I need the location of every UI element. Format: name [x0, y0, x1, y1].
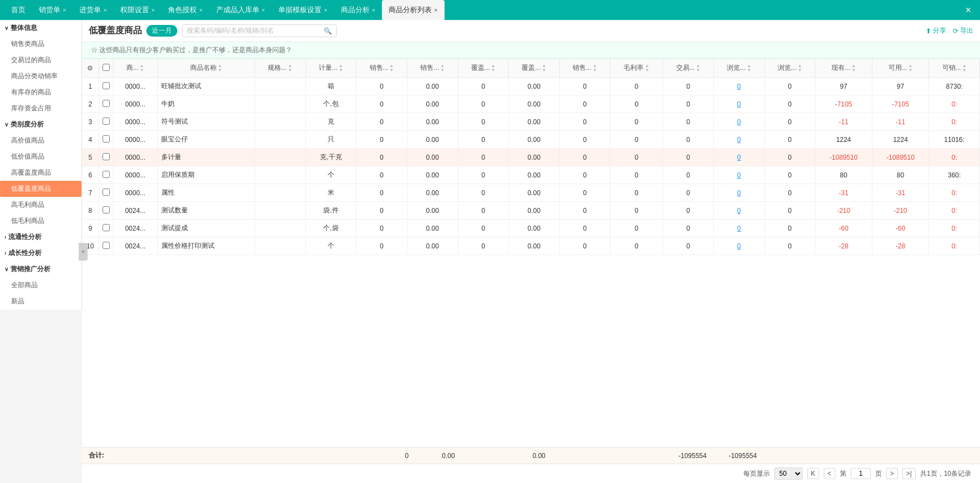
- row-browse1[interactable]: 0: [713, 149, 764, 166]
- row-browse1[interactable]: 0: [713, 166, 764, 184]
- row-browse1[interactable]: 0: [713, 184, 764, 202]
- nav-template-settings[interactable]: 单据模板设置 ×: [272, 0, 334, 20]
- first-page-button[interactable]: K: [807, 468, 819, 479]
- sidebar-group-category-analysis[interactable]: ∨ 类别度分析: [0, 116, 81, 133]
- row-number: 6: [82, 166, 99, 184]
- last-page-button[interactable]: >|: [902, 468, 916, 479]
- sidebar-item-low-value[interactable]: 低价值商品: [0, 149, 81, 165]
- column-current[interactable]: 现有...▲▼: [815, 59, 872, 78]
- page-size-select[interactable]: 50 20 100: [774, 467, 803, 480]
- sidebar-item-high-value[interactable]: 高价值商品: [0, 133, 81, 149]
- row-browse1[interactable]: 0: [713, 220, 764, 237]
- nav-close-icon[interactable]: ×: [103, 7, 106, 13]
- sidebar-group-circulation[interactable]: › 流通性分析: [0, 229, 81, 245]
- sidebar: ∨ 整体信息 销售类商品 交易过的商品 商品分类动销率 有库存的商品 库存资金占…: [0, 20, 82, 309]
- share-button[interactable]: ⬆ 分享: [926, 26, 946, 35]
- export-button[interactable]: ⟳ 导出: [953, 26, 973, 35]
- row-trade: 0: [663, 237, 714, 255]
- nav-product-analysis-list[interactable]: 商品分析列表 ×: [382, 0, 444, 20]
- sidebar-item-low-coverage[interactable]: 低覆盖度商品: [0, 181, 81, 197]
- row-trade: 0: [663, 166, 714, 184]
- sidebar-item-inventory-capital[interactable]: 库存资金占用: [0, 100, 81, 116]
- column-available[interactable]: 可用...▲▼: [872, 59, 929, 78]
- table-row: 10000...旺辅批次测试箱00.0000.000000097978730:: [82, 78, 980, 95]
- row-name: 启用保质期: [157, 166, 254, 184]
- column-sales-qty[interactable]: 销售...▲▼: [356, 59, 407, 78]
- search-box[interactable]: 搜索条码/编码/名称/规格/别名 🔍: [182, 24, 337, 37]
- select-all-checkbox[interactable]: [103, 64, 110, 71]
- row-checkbox[interactable]: [99, 237, 113, 255]
- search-icon[interactable]: 🔍: [324, 27, 332, 35]
- window-close-button[interactable]: ×: [961, 4, 976, 16]
- row-browse1[interactable]: 0: [713, 113, 764, 131]
- next-page-button[interactable]: >: [886, 468, 898, 479]
- column-cover2[interactable]: 覆盖...▲▼: [509, 59, 560, 78]
- column-gross-rate[interactable]: 毛利率▲▼: [610, 59, 663, 78]
- filter-recent-month-button[interactable]: 近一月: [146, 25, 177, 37]
- row-browse1[interactable]: 0: [713, 202, 764, 220]
- column-name[interactable]: 商品名称▲▼: [157, 59, 254, 78]
- nav-product-inbound[interactable]: 产成品入库单 ×: [210, 0, 272, 20]
- row-saleable: 0:: [929, 149, 980, 166]
- row-checkbox[interactable]: [99, 166, 113, 184]
- row-cover1: 0: [458, 220, 509, 237]
- column-sales-amt[interactable]: 销售...▲▼: [407, 59, 458, 78]
- nav-close-icon[interactable]: ×: [324, 7, 327, 13]
- row-sales3: 0: [559, 166, 610, 184]
- row-browse1[interactable]: 0: [713, 131, 764, 149]
- sidebar-item-low-margin[interactable]: 低毛利商品: [0, 213, 81, 229]
- sidebar-group-growth[interactable]: › 成长性分析: [0, 245, 81, 261]
- nav-sales-order[interactable]: 销货单 ×: [32, 0, 73, 20]
- nav-close-icon[interactable]: ×: [199, 7, 202, 13]
- column-checkbox[interactable]: [99, 59, 113, 78]
- nav-close-icon[interactable]: ×: [63, 7, 66, 13]
- row-checkbox[interactable]: [99, 95, 113, 113]
- sidebar-item-all-goods[interactable]: 全部商品: [0, 277, 81, 293]
- sidebar-item-new-goods[interactable]: 新品: [0, 293, 81, 309]
- nav-role-auth[interactable]: 角色授权 ×: [161, 0, 209, 20]
- nav-close-icon[interactable]: ×: [151, 7, 155, 13]
- row-checkbox[interactable]: [99, 78, 113, 95]
- column-code[interactable]: 商...▲▼: [113, 59, 157, 78]
- row-code: 0000...: [113, 113, 157, 131]
- row-checkbox[interactable]: [99, 184, 113, 202]
- nav-home[interactable]: 首页: [4, 0, 32, 20]
- sidebar-group-overall[interactable]: ∨ 整体信息: [0, 20, 81, 36]
- row-checkbox[interactable]: [99, 113, 113, 131]
- nav-product-analysis[interactable]: 商品分析 ×: [334, 0, 382, 20]
- column-trade[interactable]: 交易...▲▼: [663, 59, 714, 78]
- sidebar-collapse-button[interactable]: «: [79, 243, 88, 261]
- column-spec[interactable]: 规格...▲▼: [254, 59, 305, 78]
- nav-purchase-order[interactable]: 进货单 ×: [73, 0, 113, 20]
- sidebar-item-stocked-goods[interactable]: 有库存的商品: [0, 84, 81, 100]
- sidebar-group-marketing[interactable]: ∨ 营销推广分析: [0, 261, 81, 277]
- nav-close-icon[interactable]: ×: [262, 7, 265, 13]
- column-cover1[interactable]: 覆盖...▲▼: [458, 59, 509, 78]
- column-unit[interactable]: 计量...▲▼: [305, 59, 356, 78]
- column-browse2[interactable]: 浏览...▲▼: [764, 59, 815, 78]
- column-saleable[interactable]: 可销...▲▼: [929, 59, 980, 78]
- row-checkbox[interactable]: [99, 202, 113, 220]
- row-checkbox[interactable]: [99, 149, 113, 166]
- row-saleable: 0:: [929, 237, 980, 255]
- row-browse1[interactable]: 0: [713, 95, 764, 113]
- sidebar-item-category-turnover[interactable]: 商品分类动销率: [0, 68, 81, 84]
- row-checkbox[interactable]: [99, 131, 113, 149]
- sidebar-item-sales-goods[interactable]: 销售类商品: [0, 36, 81, 52]
- nav-permission-settings[interactable]: 权限设置 ×: [114, 0, 161, 20]
- nav-close-icon[interactable]: ×: [434, 7, 437, 13]
- sidebar-item-high-coverage[interactable]: 高覆盖度商品: [0, 165, 81, 181]
- column-sales3[interactable]: 销售...▲▼: [559, 59, 610, 78]
- column-browse1[interactable]: 浏览...▲▼: [713, 59, 764, 78]
- nav-close-icon[interactable]: ×: [372, 7, 375, 13]
- sidebar-item-traded-goods[interactable]: 交易过的商品: [0, 52, 81, 68]
- data-table-container[interactable]: ⚙ 商...▲▼ 商品名称▲▼ 规格...▲▼ 计量...▲▼ 销售...▲▼ …: [82, 59, 980, 447]
- row-checkbox[interactable]: [99, 220, 113, 237]
- column-settings[interactable]: ⚙: [82, 59, 99, 78]
- page-number-input[interactable]: [851, 468, 871, 479]
- row-spec: [254, 237, 305, 255]
- sidebar-item-high-margin[interactable]: 高毛利商品: [0, 197, 81, 213]
- row-browse1[interactable]: 0: [713, 78, 764, 95]
- row-browse1[interactable]: 0: [713, 237, 764, 255]
- prev-page-button[interactable]: <: [824, 468, 835, 479]
